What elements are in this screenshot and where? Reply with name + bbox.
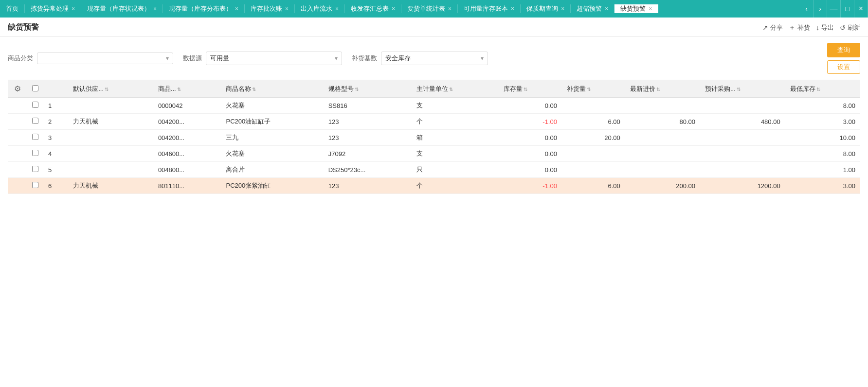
tab-5[interactable]: 出入库流水× [295,4,345,13]
tab-close-10[interactable]: × [605,5,608,12]
th-latest-price[interactable]: 最新进价⇅ [625,80,700,98]
td-stock-5: -1.00 [499,178,562,194]
table-body: 1 0000042 火花塞 SS816 支 0.00 8.00 2 力天机械 0… [8,98,860,194]
sort-latest-price-icon: ⇅ [656,87,660,92]
datasource-select[interactable]: 可用量 ▾ [206,52,342,65]
gear-icon[interactable]: ⚙ [14,85,21,93]
replenish-select[interactable]: 安全库存 ▾ [381,52,488,65]
th-stock[interactable]: 库存量⇅ [499,80,562,98]
sort-unit-icon: ⇅ [449,87,453,92]
th-name[interactable]: 商品名称⇅ [221,80,323,98]
tab-nav-next[interactable]: › [814,0,827,18]
tab-close-2[interactable]: × [153,5,157,12]
td-gear-5 [8,178,27,194]
td-latest-price-4 [625,162,700,178]
td-checkbox-2[interactable] [27,130,43,146]
query-button[interactable]: 查询 [827,43,860,57]
tab-10[interactable]: 超储预警× [571,4,615,13]
category-select[interactable]: ▾ [37,53,173,64]
tab-label-4: 库存批次账 [251,4,282,13]
td-code-3: 004600... [153,146,221,162]
td-estimated-2 [700,130,785,146]
tab-7[interactable]: 要货单统计表× [401,4,458,13]
tab-close-6[interactable]: × [392,5,395,12]
td-min-stock-0: 8.00 [785,98,860,114]
sort-replenish-icon: ⇅ [587,87,591,92]
tab-label-10: 超储预警 [577,4,602,13]
td-no-1: 2 [43,114,68,130]
replenish-button[interactable]: ＋ 补货 [789,23,810,32]
th-min-stock[interactable]: 最低库存⇅ [785,80,860,98]
tab-4[interactable]: 库存批次账× [245,4,295,13]
tab-label-9: 保质期查询 [526,4,558,13]
td-checkbox-4[interactable] [27,162,43,178]
row-checkbox-4[interactable] [32,166,38,172]
tab-nav-prev[interactable]: ‹ [800,0,814,18]
select-all-checkbox[interactable] [32,85,38,91]
td-name-1: PC200油缸缸子 [221,114,323,130]
minimize-btn[interactable]: — [827,0,841,18]
tab-close-5[interactable]: × [335,5,339,12]
table-header-row: ⚙ 默认供应...⇅ 商品...⇅ 商品名称⇅ [8,80,860,98]
tab-2[interactable]: 现存量（库存状况表）× [81,4,163,13]
row-checkbox-3[interactable] [32,150,38,156]
td-name-2: 三九 [221,130,323,146]
tab-close-3[interactable]: × [235,5,238,12]
td-stock-2: 0.00 [499,130,562,146]
th-code[interactable]: 商品...⇅ [153,80,221,98]
export-icon: ↓ [816,24,819,32]
td-spec-1: 123 [324,114,412,130]
td-checkbox-3[interactable] [27,146,43,162]
th-unit[interactable]: 主计量单位⇅ [412,80,499,98]
tab-close-9[interactable]: × [561,5,564,12]
sort-spec-icon: ⇅ [355,87,359,92]
tab-11[interactable]: 缺货预警× [615,4,658,13]
category-label: 商品分类 [8,54,33,63]
share-button[interactable]: ↗ 分享 [762,23,783,32]
maximize-btn[interactable]: □ [841,0,854,18]
tab-close-11[interactable]: × [649,5,652,12]
sort-min-stock-icon: ⇅ [816,87,820,92]
td-code-4: 004800... [153,162,221,178]
tab-0[interactable]: 首页 [0,4,25,13]
table-row: 1 0000042 火花塞 SS816 支 0.00 8.00 [8,98,860,114]
td-checkbox-1[interactable] [27,114,43,130]
tab-close-7[interactable]: × [448,5,452,12]
td-spec-5: 123 [324,178,412,194]
close-window-btn[interactable]: × [854,0,868,18]
th-replenish[interactable]: 补货量⇅ [562,80,625,98]
tab-label-8: 可用量库存账本 [464,4,508,13]
td-checkbox-0[interactable] [27,98,43,114]
tab-label-5: 出入库流水 [301,4,332,13]
tab-label-2: 现存量（库存状况表） [87,4,150,13]
td-unit-1: 个 [412,114,499,130]
tab-8[interactable]: 可用量库存账本× [458,4,521,13]
settings-button[interactable]: 设置 [827,60,860,74]
tab-6[interactable]: 收发存汇总表× [345,4,401,13]
row-checkbox-5[interactable] [32,182,38,188]
td-stock-0: 0.00 [499,98,562,114]
tab-label-3: 现存量（库存分布表） [169,4,232,13]
tab-close-1[interactable]: × [72,5,75,12]
td-unit-4: 只 [412,162,499,178]
refresh-button[interactable]: ↺ 刷新 [840,23,860,32]
td-checkbox-5[interactable] [27,178,43,194]
td-gear-3 [8,146,27,162]
tab-9[interactable]: 保质期查询× [521,4,571,13]
page-header: 缺货预警 ↗ 分享 ＋ 补货 ↓ 导出 ↺ 刷新 [0,18,868,37]
tab-close-8[interactable]: × [511,5,514,12]
td-unit-5: 个 [412,178,499,194]
tab-close-4[interactable]: × [285,5,289,12]
row-checkbox-1[interactable] [32,118,38,124]
export-button[interactable]: ↓ 导出 [816,23,834,32]
td-unit-0: 支 [412,98,499,114]
tab-1[interactable]: 拣货异常处理× [25,4,81,13]
tab-3[interactable]: 现存量（库存分布表）× [163,4,245,13]
th-estimated[interactable]: 预计采购...⇅ [700,80,785,98]
row-checkbox-2[interactable] [32,134,38,140]
td-no-5: 6 [43,178,68,194]
td-stock-1: -1.00 [499,114,562,130]
row-checkbox-0[interactable] [32,102,38,108]
th-spec[interactable]: 规格型号⇅ [324,80,412,98]
th-supplier[interactable]: 默认供应...⇅ [68,80,153,98]
